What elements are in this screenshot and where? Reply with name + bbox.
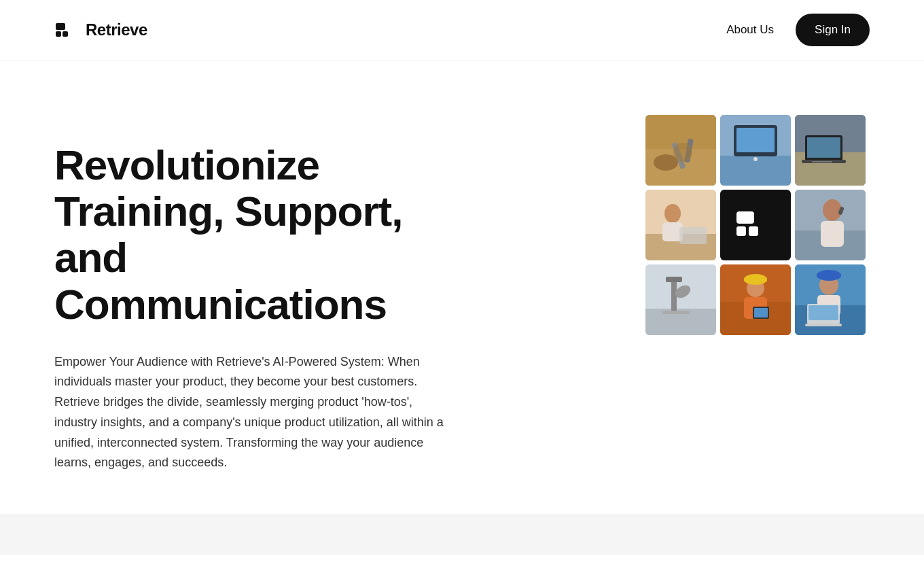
- svg-point-5: [654, 154, 678, 171]
- about-us-link[interactable]: About Us: [726, 23, 774, 37]
- retrieve-logo-mark-icon: [54, 18, 79, 42]
- grid-cell-tools: [645, 115, 716, 186]
- svg-rect-25: [679, 227, 707, 244]
- hero-left: Revolutionize Training, Support, and Com…: [54, 115, 462, 473]
- grid-cell-engineer: [795, 264, 866, 335]
- man-phone-icon: [795, 190, 866, 260]
- grid-cell-construction: [720, 264, 791, 335]
- svg-rect-1: [56, 31, 61, 37]
- tablet-photo-icon: [720, 115, 791, 186]
- svg-rect-52: [817, 274, 841, 277]
- nav-right: About Us Sign In: [726, 14, 870, 46]
- image-grid: [645, 115, 870, 335]
- svg-rect-2: [63, 31, 68, 37]
- svg-rect-44: [744, 278, 767, 281]
- construction-worker-icon: [720, 264, 791, 335]
- lab-photo-icon: [645, 264, 716, 335]
- svg-point-8: [673, 143, 692, 162]
- svg-rect-20: [812, 161, 832, 162]
- svg-point-14: [753, 157, 758, 161]
- svg-rect-28: [749, 226, 758, 236]
- svg-rect-37: [666, 277, 682, 282]
- hero-section: Revolutionize Training, Support, and Com…: [0, 61, 924, 514]
- grid-cell-lab: [645, 264, 716, 335]
- svg-rect-47: [754, 308, 768, 317]
- svg-rect-26: [736, 211, 754, 224]
- grid-cell-man-phone: [795, 190, 866, 260]
- woman-desk-icon: [645, 190, 716, 260]
- hero-title: Revolutionize Training, Support, and Com…: [54, 142, 462, 328]
- tools-photo-icon: [645, 115, 716, 186]
- navbar: Retrieve About Us Sign In: [0, 0, 924, 61]
- svg-rect-13: [736, 128, 775, 152]
- svg-rect-39: [662, 311, 690, 314]
- grid-cell-tablet: [720, 115, 791, 186]
- svg-rect-27: [736, 226, 746, 236]
- svg-rect-32: [821, 221, 844, 247]
- svg-point-23: [664, 204, 681, 223]
- grid-cell-laptop-outdoor: [795, 115, 866, 186]
- grid-cell-logo: [720, 190, 791, 260]
- logo-text: Retrieve: [86, 20, 147, 39]
- grid-cell-woman-desk: [645, 190, 716, 260]
- hero-right: [645, 115, 870, 335]
- engineer-laptop-icon: [795, 264, 866, 335]
- sign-in-button[interactable]: Sign In: [796, 14, 870, 46]
- svg-rect-56: [805, 324, 842, 326]
- laptop-outdoor-icon: [795, 115, 866, 186]
- logo-link[interactable]: Retrieve: [54, 18, 147, 42]
- bottom-section: [0, 514, 924, 555]
- hero-body: Empower Your Audience with Retrieve's AI…: [54, 352, 448, 473]
- svg-rect-55: [808, 305, 838, 320]
- svg-rect-0: [56, 23, 65, 30]
- svg-rect-18: [807, 137, 840, 158]
- retrieve-center-logo-icon: [734, 203, 777, 247]
- svg-point-31: [823, 199, 842, 221]
